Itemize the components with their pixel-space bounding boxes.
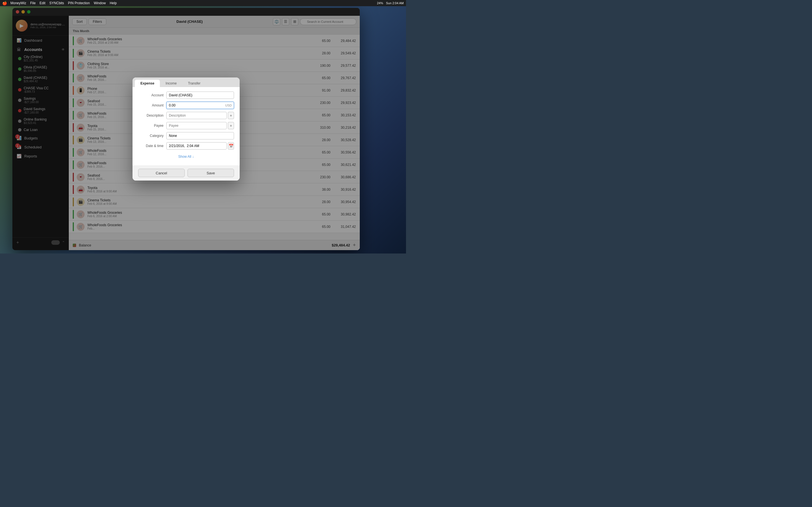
datetime-field: Date & time 📅 bbox=[138, 142, 234, 150]
menubar-time: Sun 2:04 AM bbox=[386, 1, 404, 5]
tab-transfer[interactable]: Transfer bbox=[183, 80, 206, 87]
amount-wrapper: USD bbox=[166, 102, 234, 109]
datetime-field-label: Date & time bbox=[138, 144, 163, 148]
datetime-input-wrapper: 📅 bbox=[166, 142, 234, 150]
payee-input[interactable] bbox=[166, 122, 227, 129]
app-window: ▶ demo.us@moneywizapp.c... Feb 21, 2016,… bbox=[12, 8, 360, 250]
menubar-pin[interactable]: PIN Protection bbox=[68, 1, 90, 5]
description-input[interactable] bbox=[166, 112, 227, 119]
amount-input[interactable] bbox=[166, 102, 234, 109]
menubar-file[interactable]: File bbox=[30, 1, 36, 5]
menubar-battery: 24% bbox=[377, 1, 383, 5]
cancel-button[interactable]: Cancel bbox=[138, 169, 185, 177]
category-field: Category bbox=[138, 132, 234, 139]
account-field-label: Account bbox=[138, 93, 163, 97]
payee-plus-button[interactable]: + bbox=[228, 122, 234, 129]
new-transaction-modal: Expense Income Transfer Account Amount U… bbox=[133, 77, 240, 180]
menubar-window[interactable]: Window bbox=[94, 1, 106, 5]
menubar-edit[interactable]: Edit bbox=[40, 1, 45, 5]
amount-field: Amount USD bbox=[138, 102, 234, 109]
payee-field: Payee + bbox=[138, 122, 234, 129]
category-field-label: Category bbox=[138, 134, 163, 138]
account-input[interactable] bbox=[166, 92, 234, 99]
amount-field-label: Amount bbox=[138, 103, 163, 107]
modal-overlay[interactable]: Expense Income Transfer Account Amount U… bbox=[12, 8, 360, 250]
payee-input-wrapper: + bbox=[166, 122, 234, 129]
description-input-wrapper: + bbox=[166, 112, 234, 119]
tab-income[interactable]: Income bbox=[160, 80, 182, 87]
apple-menu[interactable]: 🍎 bbox=[2, 1, 7, 5]
modal-footer: Cancel Save bbox=[133, 165, 240, 180]
menubar: 🍎 MoneyWiz File Edit SYNCbits PIN Protec… bbox=[0, 0, 406, 6]
menubar-app-name[interactable]: MoneyWiz bbox=[10, 1, 26, 5]
menubar-syncbits[interactable]: SYNCbits bbox=[49, 1, 64, 5]
description-field: Description + bbox=[138, 112, 234, 119]
description-field-label: Description bbox=[138, 114, 163, 117]
calendar-button[interactable]: 📅 bbox=[228, 142, 234, 150]
menubar-help[interactable]: Help bbox=[110, 1, 117, 5]
save-button[interactable]: Save bbox=[188, 169, 234, 177]
category-input[interactable] bbox=[166, 132, 234, 139]
currency-label: USD bbox=[225, 104, 232, 107]
payee-field-label: Payee bbox=[138, 124, 163, 128]
tab-expense[interactable]: Expense bbox=[135, 80, 160, 87]
description-plus-button[interactable]: + bbox=[228, 112, 234, 119]
modal-body: Account Amount USD Description bbox=[133, 87, 240, 165]
show-all-button[interactable]: Show All ↓ bbox=[138, 152, 234, 161]
datetime-input[interactable] bbox=[166, 142, 227, 150]
modal-tabs: Expense Income Transfer bbox=[133, 77, 240, 87]
account-field: Account bbox=[138, 92, 234, 99]
